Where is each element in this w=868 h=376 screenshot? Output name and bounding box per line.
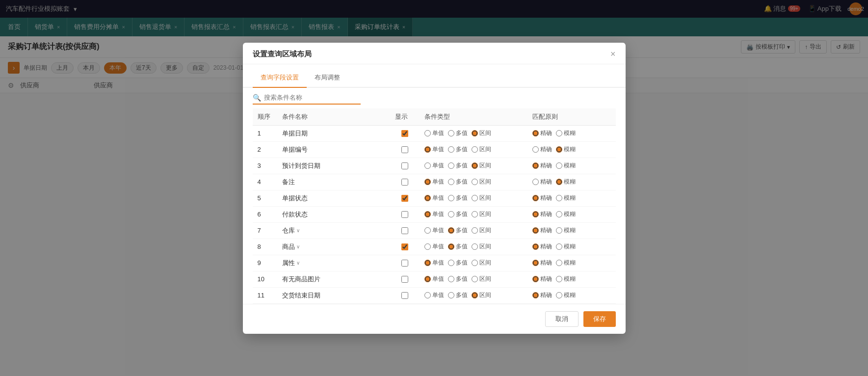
type-radio-单值-7[interactable] xyxy=(424,243,431,250)
match-radio-精确-10[interactable] xyxy=(532,292,539,298)
display-checkbox-5[interactable] xyxy=(401,211,408,218)
match-radio-精确-7[interactable] xyxy=(532,243,539,250)
type-radio-区间-2[interactable] xyxy=(472,162,478,169)
display-checkbox-8[interactable] xyxy=(401,260,408,267)
display-checkbox-9[interactable] xyxy=(401,276,408,283)
type-option-区间-6[interactable]: 区间 xyxy=(472,226,491,235)
match-radio-精确-6[interactable] xyxy=(532,227,539,234)
type-radio-单值-10[interactable] xyxy=(424,292,431,298)
type-radio-多值-2[interactable] xyxy=(448,162,454,169)
type-option-单值-10[interactable]: 单值 xyxy=(424,291,444,299)
type-radio-单值-8[interactable] xyxy=(424,260,431,266)
match-radio-模糊-0[interactable] xyxy=(556,130,562,136)
match-radio-精确-2[interactable] xyxy=(532,162,539,169)
type-radio-区间-1[interactable] xyxy=(472,146,478,153)
type-option-多值-5[interactable]: 多值 xyxy=(448,210,468,218)
type-option-单值-2[interactable]: 单值 xyxy=(424,161,444,170)
type-radio-单值-3[interactable] xyxy=(424,179,431,185)
type-option-多值-2[interactable]: 多值 xyxy=(448,161,468,170)
display-checkbox-6[interactable] xyxy=(401,227,408,234)
match-radio-精确-3[interactable] xyxy=(532,179,539,185)
type-option-多值-4[interactable]: 多值 xyxy=(448,194,468,202)
match-radio-精确-4[interactable] xyxy=(532,195,539,201)
match-radio-模糊-5[interactable] xyxy=(556,211,562,217)
type-option-多值-8[interactable]: 多值 xyxy=(448,259,468,267)
match-radio-模糊-7[interactable] xyxy=(556,243,562,250)
type-radio-多值-4[interactable] xyxy=(448,195,454,201)
tab-layout-adjust[interactable]: 布局调整 xyxy=(307,70,348,88)
match-radio-模糊-9[interactable] xyxy=(556,276,562,282)
type-option-单值-3[interactable]: 单值 xyxy=(424,178,444,186)
type-radio-单值-1[interactable] xyxy=(424,146,431,153)
type-radio-区间-0[interactable] xyxy=(472,130,478,136)
type-option-多值-9[interactable]: 多值 xyxy=(448,275,468,283)
match-option-精确-7[interactable]: 精确 xyxy=(532,242,552,251)
match-radio-精确-1[interactable] xyxy=(532,146,539,153)
match-option-模糊-3[interactable]: 模糊 xyxy=(556,178,576,186)
match-option-模糊-4[interactable]: 模糊 xyxy=(556,194,576,202)
type-option-区间-2[interactable]: 区间 xyxy=(472,161,491,170)
type-option-区间-5[interactable]: 区间 xyxy=(472,210,491,218)
type-option-多值-7[interactable]: 多值 xyxy=(448,242,468,251)
display-checkbox-4[interactable] xyxy=(401,195,408,202)
match-option-模糊-6[interactable]: 模糊 xyxy=(556,226,576,235)
match-option-精确-5[interactable]: 精确 xyxy=(532,210,552,218)
tab-query-fields[interactable]: 查询字段设置 xyxy=(253,70,307,88)
type-option-单值-9[interactable]: 单值 xyxy=(424,275,444,283)
dialog-close-button[interactable]: × xyxy=(610,50,616,58)
type-radio-多值-10[interactable] xyxy=(448,292,454,298)
type-option-区间-4[interactable]: 区间 xyxy=(472,194,491,202)
type-option-单值-0[interactable]: 单值 xyxy=(424,129,444,137)
type-radio-多值-7[interactable] xyxy=(448,243,454,250)
match-option-精确-9[interactable]: 精确 xyxy=(532,275,552,283)
match-option-精确-1[interactable]: 精确 xyxy=(532,145,552,154)
display-checkbox-2[interactable] xyxy=(401,162,408,169)
match-option-精确-2[interactable]: 精确 xyxy=(532,161,552,170)
type-radio-区间-5[interactable] xyxy=(472,211,478,217)
match-option-精确-4[interactable]: 精确 xyxy=(532,194,552,202)
type-radio-单值-2[interactable] xyxy=(424,162,431,169)
type-radio-多值-0[interactable] xyxy=(448,130,454,136)
type-option-单值-1[interactable]: 单值 xyxy=(424,145,444,154)
type-radio-多值-3[interactable] xyxy=(448,179,454,185)
type-option-单值-4[interactable]: 单值 xyxy=(424,194,444,202)
match-option-精确-6[interactable]: 精确 xyxy=(532,226,552,235)
type-option-多值-1[interactable]: 多值 xyxy=(448,145,468,154)
display-checkbox-1[interactable] xyxy=(401,146,408,153)
display-checkbox-7[interactable] xyxy=(401,243,408,250)
type-radio-多值-1[interactable] xyxy=(448,146,454,153)
type-radio-单值-6[interactable] xyxy=(424,227,431,234)
match-radio-模糊-6[interactable] xyxy=(556,227,562,234)
type-radio-单值-4[interactable] xyxy=(424,195,431,201)
type-option-多值-6[interactable]: 多值 xyxy=(448,226,468,235)
type-option-多值-0[interactable]: 多值 xyxy=(448,129,468,137)
type-radio-单值-0[interactable] xyxy=(424,130,431,136)
type-radio-单值-5[interactable] xyxy=(424,211,431,217)
type-radio-区间-4[interactable] xyxy=(472,195,478,201)
match-option-精确-3[interactable]: 精确 xyxy=(532,178,552,186)
match-radio-模糊-8[interactable] xyxy=(556,260,562,266)
match-option-精确-10[interactable]: 精确 xyxy=(532,291,552,299)
type-option-单值-7[interactable]: 单值 xyxy=(424,242,444,251)
match-radio-模糊-1[interactable] xyxy=(556,146,562,153)
type-radio-单值-9[interactable] xyxy=(424,276,431,282)
type-option-单值-5[interactable]: 单值 xyxy=(424,210,444,218)
match-option-模糊-1[interactable]: 模糊 xyxy=(556,145,576,154)
display-checkbox-3[interactable] xyxy=(401,179,408,186)
type-option-单值-6[interactable]: 单值 xyxy=(424,226,444,235)
match-option-模糊-9[interactable]: 模糊 xyxy=(556,275,576,283)
type-radio-多值-9[interactable] xyxy=(448,276,454,282)
type-radio-多值-6[interactable] xyxy=(448,227,454,234)
type-radio-区间-10[interactable] xyxy=(472,292,478,298)
type-option-区间-7[interactable]: 区间 xyxy=(472,242,491,251)
type-option-区间-0[interactable]: 区间 xyxy=(472,129,491,137)
type-radio-区间-3[interactable] xyxy=(472,179,478,185)
type-radio-多值-8[interactable] xyxy=(448,260,454,266)
type-radio-区间-8[interactable] xyxy=(472,260,478,266)
match-option-精确-0[interactable]: 精确 xyxy=(532,129,552,137)
type-radio-多值-5[interactable] xyxy=(448,211,454,217)
match-option-模糊-7[interactable]: 模糊 xyxy=(556,242,576,251)
match-option-模糊-5[interactable]: 模糊 xyxy=(556,210,576,218)
type-option-多值-3[interactable]: 多值 xyxy=(448,178,468,186)
match-radio-精确-8[interactable] xyxy=(532,260,539,266)
